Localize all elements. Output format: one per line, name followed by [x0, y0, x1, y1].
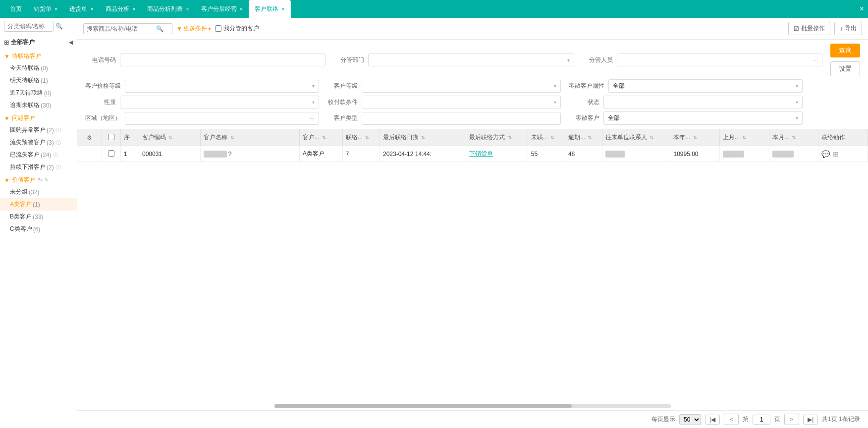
close-sales-order[interactable]: × — [54, 6, 57, 12]
nav-customer-tier[interactable]: 客户分层经营 × — [195, 0, 249, 18]
status-select[interactable]: ▾ — [603, 96, 803, 108]
sidebar-pending-contact-group[interactable]: ▼ 待联络客户 — [0, 50, 77, 62]
close-product-analysis-list[interactable]: × — [186, 6, 189, 12]
retail-customer-select[interactable]: 全部 ▾ — [603, 111, 803, 125]
sidebar-all-customers[interactable]: ⊞ 全部客户 ◀ — [0, 35, 77, 50]
my-customers-checkbox[interactable] — [215, 25, 221, 32]
nature-select[interactable]: ▾ — [120, 96, 319, 108]
main-layout: 🔍 ⊞ 全部客户 ◀ ▼ 待联络客户 今天待联络 (0) 明天待联络 (1) 近… — [0, 18, 868, 428]
first-page-btn[interactable]: |◀ — [705, 415, 720, 425]
scroll-thumb[interactable] — [274, 404, 572, 408]
th-name[interactable]: 客户名称 ⇅ — [201, 129, 299, 146]
close-customer-contact[interactable]: × — [281, 6, 284, 12]
scroll-track[interactable] — [274, 404, 671, 408]
nav-purchase-order[interactable]: 进货单 × — [63, 0, 99, 18]
info-icon3[interactable]: ⓘ — [53, 152, 58, 159]
filter-search-icon[interactable]: 🔍 — [156, 25, 163, 32]
price-level-select[interactable]: ▾ — [125, 80, 319, 93]
my-customers-filter[interactable]: 我分管的客户 — [215, 24, 259, 33]
sidebar-item-class-b[interactable]: B类客户 (33) — [0, 211, 77, 223]
phone-input[interactable] — [120, 54, 326, 66]
info-icon4[interactable]: ⓘ — [56, 164, 61, 171]
dept-field: 分管部门 ▾ — [333, 44, 574, 76]
price-level-field: 客户价格等级 ▾ — [85, 79, 319, 93]
setting-button[interactable]: 设置 — [830, 61, 860, 76]
sidebar-item-class-a[interactable]: A类客户 (1) — [0, 198, 77, 211]
sidebar-item-unclassified[interactable]: 未分组 (32) — [0, 186, 77, 198]
td-last-month — [720, 146, 769, 162]
current-page-input[interactable] — [753, 415, 770, 425]
status-field: 状态 ▾ — [569, 96, 803, 108]
sidebar-item-overdue-contact[interactable]: 逾期未联络 (30) — [0, 99, 77, 111]
last-method-link[interactable]: 下销货单 — [469, 150, 493, 157]
chat-icon[interactable]: 💬 — [821, 150, 830, 158]
td-last-method[interactable]: 下销货单 — [466, 146, 528, 162]
qr-icon[interactable]: ⊞ — [833, 150, 839, 158]
nav-sales-order[interactable]: 销货单 × — [28, 0, 63, 18]
info-icon2[interactable]: ⓘ — [56, 139, 61, 146]
per-page-select[interactable]: 50 — [679, 414, 701, 425]
sidebar-problem-customers-group[interactable]: ▼ 问题客户 — [0, 111, 77, 124]
close-product-analysis[interactable]: × — [132, 6, 135, 12]
sidebar-item-churned[interactable]: 已流失客户 (24) ⓘ — [0, 149, 77, 161]
edit-icon[interactable]: ✎ — [44, 177, 49, 183]
sidebar-item-class-c[interactable]: C类客户 (6) — [0, 223, 77, 235]
filter-search-input[interactable] — [87, 25, 156, 32]
th-gear[interactable]: ⚙ — [77, 129, 102, 146]
more-filters-btn[interactable]: ▼ 更多条件 ▾ — [176, 24, 211, 33]
select-all-checkbox[interactable] — [108, 134, 114, 140]
th-last-method[interactable]: 最后联络方式 ⇅ — [466, 129, 528, 146]
td-checkbox[interactable] — [102, 146, 120, 162]
close-customer-tier[interactable]: × — [240, 6, 243, 12]
export-btn[interactable]: ↑ 导出 — [834, 22, 862, 35]
nav-product-analysis[interactable]: 商品分析 × — [100, 0, 141, 18]
bulk-operation-btn[interactable]: ☑ 批量操作 — [788, 22, 830, 35]
last-page-btn[interactable]: ▶| — [803, 415, 818, 425]
th-this-month[interactable]: 本月... ⇅ — [769, 129, 818, 146]
customer-type-input[interactable] — [362, 112, 561, 125]
th-last-month[interactable]: 上月... ⇅ — [720, 129, 769, 146]
gear-settings-icon[interactable]: ⚙ — [87, 134, 92, 141]
nav-customer-contact[interactable]: 客户联络 × — [249, 0, 290, 18]
sidebar-item-churn-warning[interactable]: 流失预警客户 (3) ⓘ — [0, 136, 77, 149]
horizontal-scrollbar[interactable] — [77, 402, 868, 410]
query-button[interactable]: 查询 — [830, 44, 860, 57]
td-code[interactable]: 000031 — [139, 146, 201, 162]
nav-product-analysis-list[interactable]: 商品分析列表 × — [141, 0, 195, 18]
close-all-tabs[interactable]: × — [860, 4, 864, 13]
person-field: 分管人员 ··· — [582, 44, 822, 76]
payment-select[interactable]: ▾ — [362, 96, 561, 108]
sort-contact2-icon: ⇅ — [650, 135, 653, 140]
nav-home[interactable]: 首页 — [4, 0, 28, 18]
dept-select[interactable]: ▾ — [368, 54, 574, 66]
customer-level-select[interactable]: ▾ — [362, 80, 561, 93]
th-this-year[interactable]: 本年... ⇅ — [670, 129, 720, 146]
prev-page-btn[interactable]: ＜ — [724, 414, 739, 425]
th-level[interactable]: 客户... ⇅ — [299, 129, 342, 146]
next-page-btn[interactable]: ＞ — [784, 414, 799, 425]
my-customers-label: 我分管的客户 — [223, 24, 259, 33]
retail-attr-select[interactable]: 全部 ▾ — [608, 79, 803, 93]
person-select[interactable]: ··· — [617, 54, 822, 66]
refresh-icon[interactable]: ↻ — [38, 177, 42, 183]
th-contact2[interactable]: 往来单位联系人 ⇅ — [602, 129, 670, 146]
th-last-date[interactable]: 最后联络日期 ⇅ — [380, 129, 466, 146]
sidebar-item-tomorrow-contact[interactable]: 明天待联络 (1) — [0, 74, 77, 87]
close-purchase-order[interactable]: × — [90, 6, 93, 12]
sidebar-item-today-contact[interactable]: 今天待联络 (0) — [0, 62, 77, 74]
th-checkbox[interactable] — [102, 129, 120, 146]
th-no-contact[interactable]: 未联... ⇅ — [528, 129, 565, 146]
sidebar-item-repurchase-abnormal[interactable]: 回购异常客户 (2) ⓘ — [0, 124, 77, 136]
sidebar-item-7day-contact[interactable]: 近7天待联络 (0) — [0, 87, 77, 99]
th-code[interactable]: 客户编码 ⇅ — [139, 129, 201, 146]
row-checkbox[interactable] — [108, 150, 114, 157]
action-icons-group: 💬 ⊞ — [821, 150, 865, 158]
info-icon[interactable]: ⓘ — [56, 127, 61, 134]
region-select[interactable]: ··· — [125, 112, 319, 125]
th-overdue[interactable]: 逾期... ⇅ — [565, 129, 602, 146]
sidebar-search-input[interactable] — [4, 21, 54, 32]
sidebar-item-declining[interactable]: 持续下滑客户 (2) ⓘ — [0, 161, 77, 173]
sidebar-search-icon[interactable]: 🔍 — [55, 23, 63, 30]
sidebar-value-customers-group[interactable]: ▼ 价值客户 ↻ ✎ — [0, 173, 77, 186]
th-contact[interactable]: 联络... ⇅ — [342, 129, 380, 146]
